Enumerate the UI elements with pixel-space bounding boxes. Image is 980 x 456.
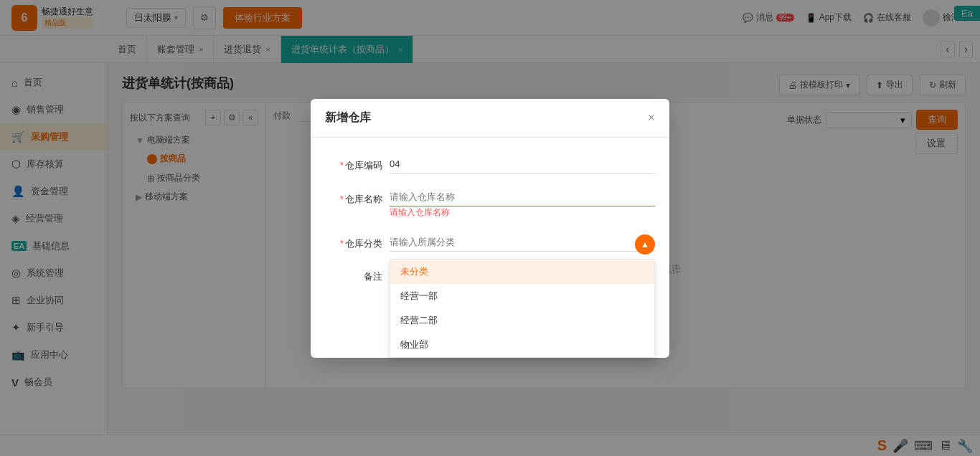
warehouse-name-input[interactable] (390, 188, 655, 206)
warehouse-name-row: 仓库名称 请输入仓库名称 (325, 188, 655, 219)
category-dropdown-list: 未分类 经营一部 经营二部 物业部 (390, 259, 655, 358)
modal-close-button[interactable]: × (647, 110, 655, 125)
warehouse-name-error: 请输入仓库名称 (390, 206, 450, 219)
warehouse-category-select[interactable]: ▲ 未分类 经营一部 经营二部 物业部 (390, 233, 655, 252)
dropdown-item-operation2[interactable]: 经营二部 (390, 308, 654, 333)
modal-title: 新增仓库 (325, 110, 371, 125)
warehouse-code-row: 仓库编码 (325, 155, 655, 174)
warehouse-category-label: 仓库分类 (325, 233, 390, 250)
warehouse-name-label: 仓库名称 (325, 189, 390, 206)
modal-header: 新增仓库 × (311, 99, 669, 138)
dropdown-item-operation1[interactable]: 经营一部 (390, 284, 654, 308)
category-dropdown-toggle[interactable]: ▲ (635, 234, 655, 255)
remark-label: 备注 (325, 266, 390, 283)
modal-overlay[interactable]: 新增仓库 × 仓库编码 仓库名称 请输入仓库名称 仓库分类 (0, 0, 980, 456)
warehouse-code-input[interactable] (390, 155, 655, 174)
dropdown-item-uncategorized[interactable]: 未分类 (390, 260, 654, 284)
modal-add-warehouse: 新增仓库 × 仓库编码 仓库名称 请输入仓库名称 仓库分类 (311, 99, 669, 358)
warehouse-category-input[interactable] (390, 233, 655, 252)
warehouse-code-label: 仓库编码 (325, 155, 390, 172)
dropdown-item-property[interactable]: 物业部 (390, 333, 654, 357)
warehouse-category-row: 仓库分类 ▲ 未分类 经营一部 经营二部 物业部 (325, 233, 655, 252)
modal-body: 仓库编码 仓库名称 请输入仓库名称 仓库分类 ▲ (311, 138, 669, 316)
